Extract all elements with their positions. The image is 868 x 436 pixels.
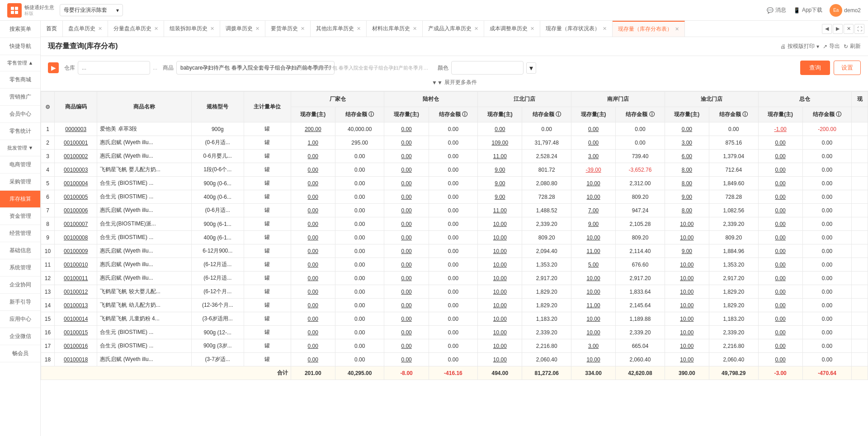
query-button[interactable]: 查询 [800, 61, 830, 75]
table-row: 8 00100007 合生元(BIOSTIME)派... 900g (6-1..… [41, 217, 868, 231]
warehouse-input[interactable] [78, 61, 150, 75]
tab-close-icon[interactable]: ✕ [530, 26, 534, 32]
tab-requisition[interactable]: 要货单历史 ✕ [265, 21, 311, 37]
sidebar-item-wholesale[interactable]: 批发管理 ▼ [0, 140, 40, 156]
sidebar-item-finance[interactable]: 资金管理 [0, 208, 40, 225]
filter-toggle-btn[interactable]: ▶ [48, 62, 59, 73]
footer-row: 合计 201.00 40,295.00 -8.00 -416.16 494.00… [41, 366, 868, 380]
sidebar-item-ecommerce[interactable]: 电商管理 [0, 156, 40, 173]
cell-w2-amt: 0.00 [429, 285, 478, 299]
export-btn[interactable]: ↗ 导出 [823, 42, 840, 50]
cell-w2-qty: 0.00 [384, 326, 429, 339]
cell-w4-amt: 1,833.64 [616, 285, 665, 299]
tab-expand-btn[interactable]: ⛶ [854, 24, 864, 34]
tab-stock-status[interactable]: 现存量（库存状况表） ✕ [540, 21, 613, 37]
footer-w1-amt: 40,295.00 [335, 366, 384, 380]
tab-close-icon[interactable]: ✕ [474, 26, 478, 32]
cell-name: 飞鹤星飞帆 幼儿配方奶... [97, 299, 191, 312]
sidebar-item-retail-mgmt[interactable]: 零售管理 ▲ [0, 55, 40, 71]
table-row: 10 00100009 惠氏启赋 (Wyeth illu... 6-12月900… [41, 244, 868, 258]
print-btn[interactable]: 🖨 按模版打印 ▾ [780, 42, 819, 50]
cell-w5-amt: 1,829.20 [709, 285, 758, 299]
th-w1-qty: 现存量(主) [291, 107, 335, 122]
tab-close-icon[interactable]: ✕ [210, 26, 214, 32]
sidebar-item-member2[interactable]: 畅会员 [0, 345, 40, 362]
industry-select[interactable]: 母婴行业演示陈套 ▾ [60, 4, 123, 16]
app-download-btn[interactable]: 📱 App下载 [793, 6, 822, 14]
top-bar-left: 畅捷通好生意 标版 母婴行业演示陈套 ▾ [7, 3, 123, 18]
cell-total-qty: 0.00 [758, 339, 802, 353]
cell-total-amt: 0.00 [802, 177, 852, 190]
th-settings[interactable]: ⚙ [41, 92, 55, 122]
tab-home[interactable]: 首页 [41, 21, 63, 37]
tab-sub-count[interactable]: 分量盘点单历史 ✕ [108, 21, 164, 37]
tab-assembly[interactable]: 组装拆卸单历史 ✕ [164, 21, 220, 37]
cell-w4-amt: 2,917.20 [616, 272, 665, 285]
cell-w2-qty: 0.00 [384, 285, 429, 299]
cell-spec: 900g (3岁... [191, 339, 244, 353]
th-w4-qty: 现存量(主) [571, 107, 616, 122]
tab-close-icon[interactable]: ✕ [675, 26, 679, 32]
sidebar-item-retail-stats[interactable]: 零售统计 [0, 123, 40, 140]
sidebar-item-guide[interactable]: 新手引导 [0, 294, 40, 311]
product-input[interactable] [176, 61, 335, 75]
tab-stock-dist[interactable]: 现存量（库存分布表） ✕ [613, 21, 685, 37]
settings-icon[interactable]: ⚙ [45, 104, 50, 110]
tab-close-icon[interactable]: ✕ [255, 26, 259, 32]
cell-extra [852, 244, 868, 258]
cell-w3-qty: 9.00 [478, 163, 522, 177]
cell-no: 5 [41, 177, 55, 190]
tab-close-icon[interactable]: ✕ [603, 26, 607, 32]
tab-other-out[interactable]: 其他出库单历史 ✕ [311, 21, 367, 37]
cell-extra [852, 285, 868, 299]
sidebar-item-search[interactable]: 搜索英单 [0, 21, 40, 38]
cell-w5-qty: 9.00 [665, 190, 709, 204]
tab-close-all-btn[interactable]: ✕ [844, 24, 854, 34]
expand-conditions-btn[interactable]: ▼▼ 展开更多条件 [432, 79, 477, 86]
cell-w1-qty: 0.00 [291, 312, 335, 326]
color-dropdown-btn[interactable]: ▾ [526, 62, 536, 74]
sidebar-item-operations[interactable]: 经营管理 [0, 225, 40, 242]
cell-w3-amt: 728.28 [522, 190, 571, 204]
cell-w1-qty: 0.00 [291, 326, 335, 339]
message-btn[interactable]: 💬 消息 [767, 6, 786, 14]
tab-cost-adjust[interactable]: 成本调整单历史 ✕ [484, 21, 540, 37]
tab-prev-btn[interactable]: ◀ [822, 24, 832, 34]
tab-product-in[interactable]: 产成品入库单历史 ✕ [423, 21, 484, 37]
tab-close-icon[interactable]: ✕ [98, 26, 102, 32]
user-area[interactable]: Ea demo2 [830, 4, 861, 17]
sidebar-item-marketing[interactable]: 营销推广 [0, 89, 40, 106]
setting-button[interactable]: 设置 [834, 61, 861, 75]
tab-close-icon[interactable]: ✕ [301, 26, 305, 32]
sidebar-item-inventory[interactable]: 库存核算 [0, 191, 40, 208]
tab-close-icon[interactable]: ✕ [357, 26, 361, 32]
footer-w3-qty: 494.00 [478, 366, 522, 380]
cell-w3-amt: 801.72 [522, 163, 571, 177]
sidebar-item-wechat[interactable]: 企业微信 [0, 328, 40, 345]
sidebar-item-appcenter[interactable]: 应用中心 [0, 311, 40, 328]
tab-close-icon[interactable]: ✕ [154, 26, 158, 32]
sidebar-item-enterprise[interactable]: 企业协同 [0, 277, 40, 294]
cell-spec: 6-12月900... [191, 244, 244, 258]
cell-code: 00100002 [55, 150, 97, 163]
color-input[interactable] [451, 61, 524, 75]
cell-w5-qty: 10.00 [665, 272, 709, 285]
cell-w4-qty: 10.00 [571, 312, 616, 326]
sidebar-item-system[interactable]: 系统管理 [0, 259, 40, 277]
sidebar-item-purchase[interactable]: 采购管理 [0, 173, 40, 191]
cell-name: 合生元 (BIOSTIME) ... [97, 339, 191, 353]
cell-no: 15 [41, 312, 55, 326]
cell-total-amt: 0.00 [802, 339, 852, 353]
sidebar-item-basic-info[interactable]: 基础信息 [0, 242, 40, 259]
sidebar-item-quicknav[interactable]: 快捷导航 [0, 38, 40, 55]
tab-inventory-count[interactable]: 盘点单历史 ✕ [63, 21, 108, 37]
sidebar-item-member[interactable]: 会员中心 [0, 106, 40, 123]
tab-material-out[interactable]: 材料出库单历史 ✕ [367, 21, 423, 37]
tab-transfer[interactable]: 调拨单历史 ✕ [220, 21, 265, 37]
sidebar-item-retail-mall[interactable]: 零售商城 [0, 71, 40, 89]
cell-w3-qty: 9.00 [478, 190, 522, 204]
cell-w5-qty: 8.00 [665, 204, 709, 217]
tab-close-icon[interactable]: ✕ [413, 26, 417, 32]
refresh-btn[interactable]: ↻ 刷新 [844, 42, 861, 50]
tab-next-btn[interactable]: ▶ [833, 24, 843, 34]
